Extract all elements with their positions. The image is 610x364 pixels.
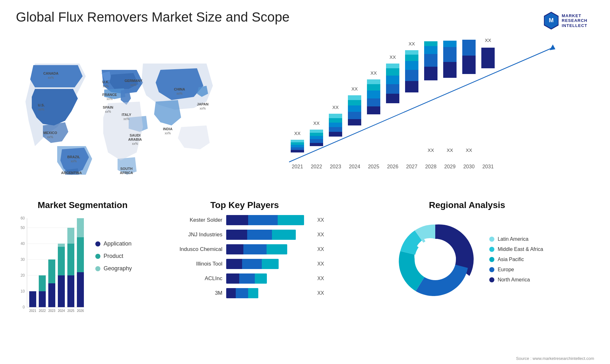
svg-text:CANADA: CANADA xyxy=(43,71,58,75)
svg-rect-138 xyxy=(77,218,84,237)
svg-rect-51 xyxy=(329,132,342,137)
player-row: Kester Solder XX xyxy=(165,215,324,225)
svg-rect-123 xyxy=(39,275,46,291)
donut-wrap: Latin America Middle East & Africa Asia … xyxy=(340,215,594,304)
seg-legend: Application Product Geography xyxy=(95,215,132,272)
svg-rect-125 xyxy=(48,283,55,307)
player-bar-1 xyxy=(226,215,311,225)
svg-text:ITALY: ITALY xyxy=(122,113,132,117)
svg-text:XX: XX xyxy=(409,41,415,46)
svg-rect-75 xyxy=(386,68,399,76)
svg-text:20: 20 xyxy=(21,273,25,278)
svg-rect-94 xyxy=(443,47,457,62)
svg-text:2026: 2026 xyxy=(77,309,84,313)
svg-text:2025: 2025 xyxy=(67,309,75,313)
svg-rect-122 xyxy=(39,291,46,307)
svg-rect-132 xyxy=(67,275,74,307)
donut-dot-asia-pacific xyxy=(489,257,494,262)
svg-rect-52 xyxy=(329,127,342,132)
donut-label-latin-america: Latin America xyxy=(498,236,528,242)
svg-rect-89 xyxy=(424,41,437,46)
svg-rect-65 xyxy=(367,106,380,114)
player-bar-2 xyxy=(226,230,311,240)
logo-text: MARKET RESEARCH INTELLECT xyxy=(562,13,587,28)
svg-rect-126 xyxy=(48,260,55,283)
svg-marker-36 xyxy=(550,44,555,50)
player-name-5: ACLInc xyxy=(165,275,222,282)
logo-icon: M xyxy=(543,11,559,30)
svg-line-35 xyxy=(289,48,553,162)
svg-rect-130 xyxy=(58,244,65,247)
svg-rect-62 xyxy=(348,95,361,100)
svg-text:XX: XX xyxy=(466,147,472,153)
top-row: CANADA xx% U.S. xx% MEXICO xx% BRAZIL xx… xyxy=(16,38,594,191)
svg-text:2021: 2021 xyxy=(29,309,37,313)
players-title: Top Key Players xyxy=(162,200,327,210)
svg-text:xx%: xx% xyxy=(103,84,109,88)
svg-text:2023: 2023 xyxy=(330,164,341,169)
seg-legend-application: Application xyxy=(95,240,132,247)
logo-area: M MARKET RESEARCH INTELLECT xyxy=(543,10,594,32)
svg-rect-61 xyxy=(348,100,361,105)
svg-text:XX: XX xyxy=(390,54,396,60)
segmentation-title: Market Segmentation xyxy=(16,200,149,210)
player-bar-3 xyxy=(226,244,311,254)
segmentation-section: Market Segmentation 0 10 20 30 40 50 xyxy=(16,200,149,346)
svg-text:BRAZIL: BRAZIL xyxy=(67,155,80,159)
svg-text:50: 50 xyxy=(21,226,25,230)
player-row: JNJ Industries XX xyxy=(165,230,324,240)
donut-label-asia-pacific: Asia Pacific xyxy=(498,257,524,262)
svg-rect-86 xyxy=(424,67,437,80)
svg-text:FRANCE: FRANCE xyxy=(102,93,117,97)
svg-text:0: 0 xyxy=(23,305,25,309)
player-name-6: 3M xyxy=(165,290,222,296)
map-svg: CANADA xx% U.S. xx% MEXICO xx% BRAZIL xx… xyxy=(16,38,219,175)
svg-text:CHINA: CHINA xyxy=(174,87,185,91)
svg-rect-82 xyxy=(405,55,418,61)
regional-title: Regional Analysis xyxy=(340,200,594,210)
page-title: Global Flux Removers Market Size and Sco… xyxy=(16,10,289,25)
svg-rect-137 xyxy=(77,237,84,272)
svg-rect-38 xyxy=(291,147,304,150)
svg-rect-120 xyxy=(29,291,36,307)
seg-bar-svg: 0 10 20 30 40 50 60 xyxy=(16,215,89,323)
svg-text:XX: XX xyxy=(447,147,453,153)
svg-rect-37 xyxy=(291,150,304,152)
seg-dot-product xyxy=(95,254,100,259)
svg-text:SOUTH: SOUTH xyxy=(120,167,133,171)
svg-rect-53 xyxy=(329,123,342,127)
svg-rect-39 xyxy=(291,145,304,147)
svg-text:xx%: xx% xyxy=(124,117,130,121)
seg-legend-geography: Geography xyxy=(95,265,132,272)
page: Global Flux Removers Market Size and Sco… xyxy=(0,0,610,364)
svg-rect-128 xyxy=(58,275,65,307)
source-text: Source : www.marketresearchintellect.com xyxy=(516,356,594,361)
svg-text:SAUDI: SAUDI xyxy=(130,133,140,137)
svg-text:2023: 2023 xyxy=(48,309,56,313)
svg-rect-134 xyxy=(67,228,74,244)
seg-label-product: Product xyxy=(104,253,123,260)
svg-rect-44 xyxy=(310,143,323,146)
svg-rect-88 xyxy=(424,46,437,54)
player-val-5: XX xyxy=(317,276,324,281)
svg-text:30: 30 xyxy=(21,257,25,262)
svg-text:xx%: xx% xyxy=(105,110,111,113)
svg-text:2026: 2026 xyxy=(387,164,398,169)
bar-chart-svg: 2021 XX 2022 XX 2023 xyxy=(232,38,594,175)
svg-text:60: 60 xyxy=(21,216,25,220)
seg-label-application: Application xyxy=(104,240,132,247)
donut-dot-middle-east xyxy=(489,247,494,252)
donut-dot-latin-america xyxy=(489,237,494,242)
svg-text:XX: XX xyxy=(332,104,339,110)
donut-legend-middle-east: Middle East & Africa xyxy=(489,246,543,252)
svg-text:xx%: xx% xyxy=(48,76,54,79)
seg-dot-application xyxy=(95,241,100,246)
svg-rect-129 xyxy=(58,247,65,275)
logo-box: M MARKET RESEARCH INTELLECT xyxy=(543,10,594,32)
svg-text:xx%: xx% xyxy=(131,83,137,87)
svg-rect-133 xyxy=(67,244,74,275)
svg-rect-97 xyxy=(462,56,476,74)
svg-rect-76 xyxy=(386,64,399,68)
svg-rect-47 xyxy=(310,133,323,136)
svg-text:U.K.: U.K. xyxy=(102,80,109,84)
